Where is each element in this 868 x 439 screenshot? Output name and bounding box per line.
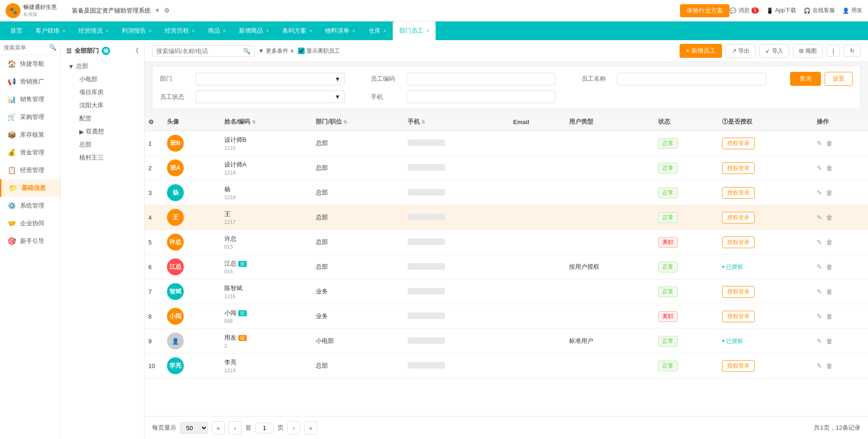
- auth-login-btn[interactable]: 授权登录: [722, 237, 755, 248]
- auth-login-btn[interactable]: 授权登录: [722, 162, 755, 174]
- auth-login-btn[interactable]: 授权登录: [722, 138, 755, 149]
- sidebar-item-operation[interactable]: 📋 经营管理: [0, 161, 60, 179]
- edit-icon[interactable]: ✎: [817, 139, 822, 147]
- setting-btn[interactable]: 设置: [825, 72, 853, 86]
- tab-operation[interactable]: 经营情况 ×: [72, 21, 115, 40]
- edit-icon[interactable]: ✎: [817, 337, 822, 345]
- next-page-btn[interactable]: ›: [287, 421, 300, 434]
- tab-history[interactable]: 经营历程 ×: [158, 21, 201, 40]
- sidebar-search[interactable]: 🔍: [0, 40, 60, 55]
- last-page-btn[interactable]: »: [304, 421, 317, 434]
- tab-dept-staff-close[interactable]: ×: [426, 28, 429, 34]
- first-page-btn[interactable]: «: [212, 421, 225, 434]
- sidebar-item-sales[interactable]: 📊 销售管理: [0, 91, 60, 108]
- sidebar-item-collab[interactable]: 🤝 企业协同: [0, 215, 60, 232]
- phone-input[interactable]: [406, 91, 556, 103]
- show-resign-checkbox[interactable]: [298, 48, 305, 54]
- message-btn[interactable]: 💬 消息 5: [729, 7, 759, 14]
- prev-page-btn[interactable]: ‹: [229, 421, 242, 434]
- emp-code-input[interactable]: [406, 73, 556, 85]
- dept-node-zhicun[interactable]: 植村王三: [72, 151, 144, 164]
- dept-node-zongbu[interactable]: 总部: [72, 138, 144, 151]
- dept-node-shuanglu[interactable]: ▶ 双鹿想: [72, 125, 144, 138]
- dept-node-shenyang[interactable]: 沈阳大库: [72, 99, 144, 112]
- edit-icon[interactable]: ✎: [817, 214, 822, 221]
- filter-more-btn[interactable]: ▼ 更多条件 ∧: [258, 47, 294, 55]
- view-btn[interactable]: ⊞ 视图: [793, 44, 823, 58]
- import-btn[interactable]: ↙ 导入: [759, 44, 789, 58]
- dept-node-peihuo[interactable]: 配货: [72, 112, 144, 125]
- tab-warehouse-close[interactable]: ×: [383, 28, 386, 34]
- page-input[interactable]: [255, 423, 274, 433]
- auth-login-btn[interactable]: 授权登录: [722, 360, 755, 372]
- tab-bom-close[interactable]: ×: [352, 28, 355, 34]
- delete-icon[interactable]: 🗑: [826, 288, 833, 295]
- status-filter-select[interactable]: ▼: [195, 91, 345, 103]
- delete-icon[interactable]: 🗑: [826, 337, 833, 345]
- try-btn[interactable]: 体验行业方案: [680, 4, 729, 17]
- more-btn[interactable]: |: [826, 45, 840, 57]
- auth-login-btn[interactable]: 授权登录: [722, 212, 755, 223]
- delete-icon[interactable]: 🗑: [826, 263, 833, 271]
- add-employee-btn[interactable]: + 新增员工: [680, 44, 722, 58]
- sidebar-item-finance[interactable]: 💰 资金管理: [0, 144, 60, 161]
- edit-icon[interactable]: ✎: [817, 362, 822, 369]
- user-btn[interactable]: 👤 用友: [842, 7, 862, 14]
- edit-icon[interactable]: ✎: [817, 288, 822, 295]
- tab-bom[interactable]: 物料清单 ×: [319, 21, 361, 40]
- delete-icon[interactable]: 🗑: [826, 139, 833, 147]
- emp-name-input[interactable]: [617, 73, 766, 85]
- sidebar-item-system[interactable]: ⚙️ 系统管理: [0, 197, 60, 215]
- edit-icon[interactable]: ✎: [817, 189, 822, 196]
- tab-home[interactable]: 首页: [4, 21, 29, 40]
- edit-icon[interactable]: ✎: [817, 263, 822, 271]
- tab-customer-close[interactable]: ×: [62, 28, 65, 34]
- dept-filter-select[interactable]: ▼: [195, 73, 345, 85]
- gear-icon[interactable]: ⚙: [164, 7, 170, 14]
- search-btn[interactable]: 查询: [790, 72, 821, 86]
- delete-icon[interactable]: 🗑: [826, 189, 833, 196]
- sidebar-item-basic[interactable]: 📁 基础信息: [0, 179, 60, 197]
- col-dept[interactable]: 部门/职位 ⇅: [312, 113, 403, 131]
- dept-node-general[interactable]: ▼ 总部: [61, 60, 144, 73]
- delete-icon[interactable]: 🗑: [826, 238, 833, 246]
- refresh-btn[interactable]: ↻: [844, 45, 861, 57]
- tab-customer[interactable]: 客户联络 ×: [29, 21, 72, 40]
- edit-icon[interactable]: ✎: [817, 238, 822, 246]
- tab-history-close[interactable]: ×: [192, 28, 194, 34]
- tab-barcode[interactable]: 条码方案 ×: [276, 21, 319, 40]
- tab-goods-close[interactable]: ×: [223, 28, 226, 34]
- show-resign-check[interactable]: 显示离职员工: [298, 47, 340, 55]
- sidebar-search-input[interactable]: [4, 44, 49, 51]
- tab-new-goods[interactable]: 新增商品 ×: [232, 21, 275, 40]
- tab-operation-close[interactable]: ×: [105, 28, 108, 34]
- tab-goods[interactable]: 商品 ×: [201, 21, 232, 40]
- delete-icon[interactable]: 🗑: [826, 214, 833, 221]
- search-box[interactable]: 🔍: [152, 45, 255, 57]
- delete-icon[interactable]: 🗑: [826, 313, 833, 320]
- per-page-select[interactable]: 50 100: [180, 422, 208, 434]
- col-settings[interactable]: ⚙: [145, 113, 163, 131]
- app-download-btn[interactable]: 📱 App下载: [766, 7, 796, 14]
- sidebar-item-purchase[interactable]: 🛒 采购管理: [0, 108, 60, 126]
- dept-node-project[interactable]: 项目库房: [72, 86, 144, 99]
- sidebar-item-quicknav[interactable]: 🏠 快捷导航: [0, 55, 60, 73]
- search-input[interactable]: [156, 48, 240, 55]
- col-name[interactable]: 姓名/编码 ⇅: [221, 113, 312, 131]
- auth-login-btn[interactable]: 授权登录: [722, 187, 755, 199]
- tab-barcode-close[interactable]: ×: [309, 28, 312, 34]
- dept-collapse-btn[interactable]: 《: [132, 47, 139, 55]
- sidebar-item-guide[interactable]: 🎯 新手引导: [0, 232, 60, 250]
- sidebar-item-inventory[interactable]: 📦 库存核算: [0, 126, 60, 144]
- auth-login-btn[interactable]: 授权登录: [722, 311, 755, 322]
- edit-icon[interactable]: ✎: [817, 313, 822, 320]
- delete-icon[interactable]: 🗑: [826, 362, 833, 369]
- sidebar-item-marketing[interactable]: 📢 营销推广: [0, 73, 60, 91]
- tab-profit-close[interactable]: ×: [149, 28, 152, 34]
- dept-node-xiaodian[interactable]: 小电部: [72, 73, 144, 86]
- delete-icon[interactable]: 🗑: [826, 164, 833, 172]
- export-btn[interactable]: ↗ 导出: [726, 44, 756, 58]
- edit-icon[interactable]: ✎: [817, 164, 822, 172]
- auth-login-btn[interactable]: 授权登录: [722, 286, 755, 298]
- tab-dept-staff[interactable]: 部门员工 ×: [393, 21, 436, 40]
